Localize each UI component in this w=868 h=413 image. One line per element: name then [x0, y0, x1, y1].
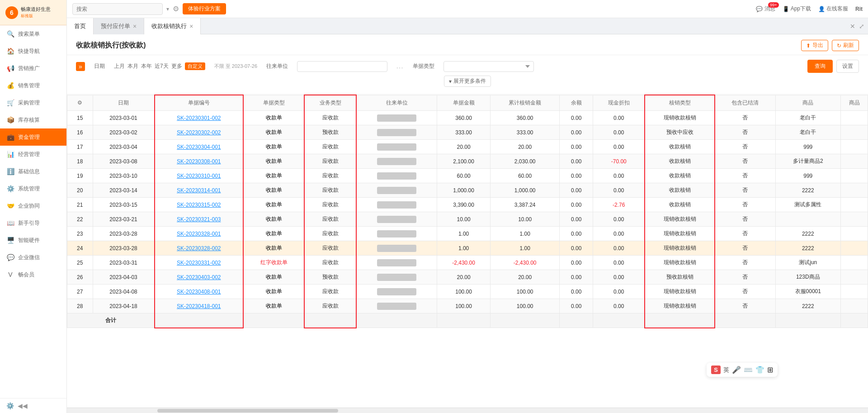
col-product2[interactable]: 商品 [841, 95, 868, 111]
cell-write-off: 3,387.24 [491, 198, 560, 212]
sidebar-item-sales[interactable]: 💰销售管理 [0, 77, 66, 94]
col-balance[interactable]: 余额 [560, 95, 593, 111]
doc-no-link[interactable]: SK-20230310-001 [177, 173, 221, 179]
footer-discount [593, 313, 645, 328]
date-custom-btn[interactable]: 自定义 [185, 62, 205, 70]
doc-no-link[interactable]: SK-20230301-002 [177, 115, 221, 121]
col-settings[interactable]: ⚙ [67, 95, 93, 111]
refresh-button[interactable]: ↻ 刷新 [832, 40, 859, 51]
cell-balance: 0.00 [560, 241, 593, 256]
doc-no-link[interactable]: SK-20230328-001 [177, 231, 221, 237]
tab-prepayment[interactable]: 预付应付单 × [94, 18, 144, 34]
sidebar-item-hardware[interactable]: 🖥️智能硬件 [0, 232, 66, 249]
setting-button[interactable]: 设置 [836, 60, 859, 73]
query-button[interactable]: 查询 [807, 60, 833, 73]
purchase-icon: 🛒 [6, 99, 14, 107]
cell-write-off: -2,430.00 [491, 256, 560, 270]
expand-tab-icon[interactable]: ⤢ [859, 23, 864, 30]
doc-no-link[interactable]: SK-20230403-002 [177, 274, 221, 280]
prepayment-tab-close[interactable]: × [133, 23, 137, 30]
doc-type-select[interactable] [443, 61, 534, 72]
doc-no-link[interactable]: SK-20230308-001 [177, 158, 221, 165]
sidebar-item-finance[interactable]: 💼资金管理 [0, 128, 66, 146]
messages-button[interactable]: 💬 消息 99+ [756, 5, 775, 13]
cell-product2 [841, 285, 868, 299]
industry-solution-button[interactable]: 体验行业方案 [183, 3, 226, 14]
sidebar-item-shortcuts[interactable]: 🏠快捷导航 [0, 43, 66, 60]
doc-no-link[interactable]: SK-20230321-003 [177, 216, 221, 223]
date-last-7-days[interactable]: 近7天 [155, 62, 169, 70]
col-date[interactable]: 日期 [93, 95, 154, 111]
col-doc-no[interactable]: 单据编号 [155, 95, 244, 111]
doc-no-link[interactable]: SK-20230331-002 [177, 260, 221, 266]
expand-conditions-button[interactable]: ▾ 展开更多条件 [444, 76, 491, 87]
sidebar-item-vip[interactable]: V畅会员 [0, 266, 66, 283]
col-biz-type[interactable]: 业务类型 [304, 95, 356, 111]
doc-no-link[interactable]: SK-20230302-002 [177, 129, 221, 136]
cell-doc-type: 收款单 [243, 270, 304, 285]
date-this-month[interactable]: 本月 [127, 62, 138, 70]
sidebar-item-inventory[interactable]: 📦库存核算 [0, 111, 66, 128]
col-product1[interactable]: 商品 [775, 95, 840, 111]
more-filters-dots[interactable]: ... [396, 63, 404, 70]
cell-no: 22 [67, 212, 93, 227]
date-last-month[interactable]: 上月 [114, 62, 125, 70]
app-download-link[interactable]: 📱 App下载 [783, 5, 811, 13]
user-profile[interactable]: Rit [855, 6, 863, 12]
gear-icon[interactable]: ⚙ [173, 5, 179, 13]
sidebar-item-enterprise[interactable]: 🤝企业协同 [0, 197, 66, 214]
col-included[interactable]: 包含已结清 [715, 95, 775, 111]
filter-expand-arrow[interactable]: » [76, 62, 85, 71]
doc-no-link[interactable]: SK-20230314-001 [177, 187, 221, 194]
col-write-off-type[interactable]: 核销类型 [645, 95, 715, 111]
cell-no: 25 [67, 256, 93, 270]
tab-home[interactable]: 首页 [67, 18, 94, 34]
cell-doc-type: 收款单 [243, 241, 304, 256]
tab-collection[interactable]: 收款核销执行 × [144, 18, 201, 34]
col-discount[interactable]: 现金折扣 [593, 95, 645, 111]
footer-amount [437, 313, 491, 328]
sidebar-item-operations[interactable]: 📊经营管理 [0, 146, 66, 163]
sidebar-label-operations: 经营管理 [18, 151, 40, 158]
date-this-year[interactable]: 本年 [141, 62, 152, 70]
date-more[interactable]: 更多 [171, 62, 182, 70]
cell-discount: 0.00 [593, 125, 645, 140]
cell-partner: ██████ [356, 212, 437, 227]
doc-no-link[interactable]: SK-20230408-001 [177, 289, 221, 295]
doc-no-link[interactable]: SK-20230304-001 [177, 144, 221, 150]
cell-balance: 0.00 [560, 140, 593, 154]
search-input[interactable] [72, 3, 163, 15]
tabbar-right-actions: ✕ ⤢ [846, 23, 868, 30]
cell-partner: ██████ [356, 227, 437, 241]
doc-no-link[interactable]: SK-20230328-002 [177, 245, 221, 252]
doc-no-link[interactable]: SK-20230418-001 [177, 303, 221, 309]
horizontal-scrollbar[interactable] [67, 408, 868, 413]
cell-no: 19 [67, 169, 93, 183]
online-service-link[interactable]: 👤 在线客服 [818, 5, 848, 13]
close-tab-icon[interactable]: ✕ [850, 23, 855, 30]
col-partner[interactable]: 往来单位 [356, 95, 437, 111]
col-write-off-amount[interactable]: 累计核销金额 [491, 95, 560, 111]
sidebar-item-wechat[interactable]: 💬企业微信 [0, 249, 66, 266]
cell-biz-type: 应收款 [304, 212, 356, 227]
sidebar-item-guide[interactable]: 📖新手引导 [0, 214, 66, 232]
sidebar-label-wechat: 企业微信 [18, 254, 40, 261]
scrollbar-thumb[interactable] [157, 409, 338, 413]
collection-tab-close[interactable]: × [189, 23, 193, 30]
partner-input[interactable] [297, 61, 387, 72]
col-amount[interactable]: 单据金额 [437, 95, 491, 111]
collapse-icon[interactable]: ◀◀ [18, 402, 28, 409]
settings-icon[interactable]: ⚙️ [6, 402, 14, 409]
doc-no-link[interactable]: SK-20230315-002 [177, 202, 221, 208]
sidebar-item-basic[interactable]: ℹ️基础信息 [0, 163, 66, 180]
cell-doc-no: SK-20230315-002 [155, 198, 244, 212]
sidebar-item-purchase[interactable]: 🛒采购管理 [0, 94, 66, 111]
sidebar-item-search[interactable]: 🔍搜索菜单 [0, 25, 66, 43]
col-doc-type[interactable]: 单据类型 [243, 95, 304, 111]
sidebar-item-system[interactable]: ⚙️系统管理 [0, 180, 66, 197]
dropdown-arrow-icon[interactable]: ▾ [166, 6, 169, 12]
export-button[interactable]: ⬆ 导出 [801, 40, 828, 51]
cell-biz-type: 应收款 [304, 285, 356, 299]
cell-amount: 1,000.00 [437, 183, 491, 198]
sidebar-item-marketing[interactable]: 📢营销推广 [0, 60, 66, 77]
